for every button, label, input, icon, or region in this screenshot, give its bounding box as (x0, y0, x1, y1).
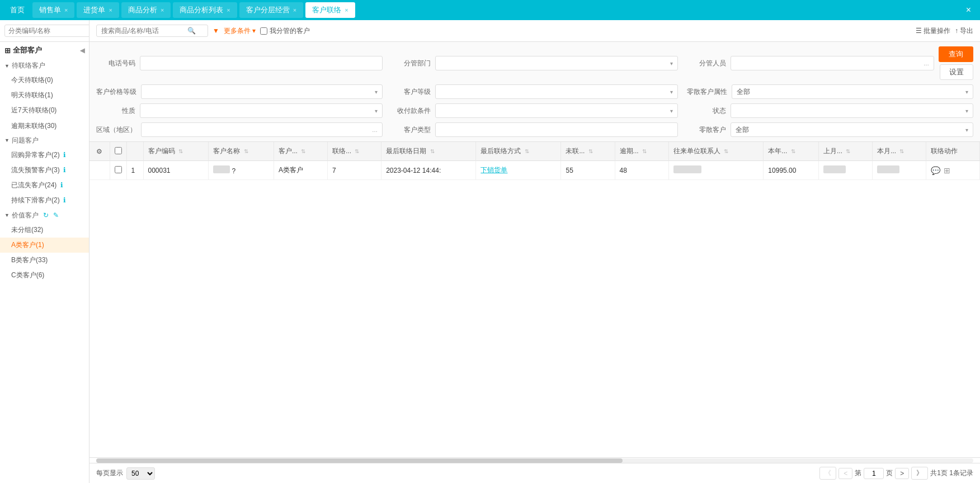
th-gear[interactable]: ⚙ (89, 142, 110, 161)
th-uncontacted[interactable]: 未联... ⇅ (561, 142, 615, 161)
filter-row-manager: 分管人员 … 查询 设置 (687, 46, 973, 80)
th-company-contact[interactable]: 往来单位联系人 ⇅ (668, 142, 764, 161)
select-all-checkbox[interactable] (115, 147, 122, 154)
th-contact[interactable]: 联络... ⇅ (328, 142, 381, 161)
sidebar-item-b-customers[interactable]: B类客户(33) (0, 253, 89, 268)
refresh-icon[interactable]: ↻ (43, 211, 49, 219)
sidebar-item-tomorrow-pending[interactable]: 明天待联络(1) (0, 88, 89, 103)
nav-tab-sales[interactable]: 销售单 × (32, 2, 74, 18)
page-number-input[interactable] (864, 468, 884, 479)
caret-icon-region: … (372, 127, 378, 133)
filter-input-phone[interactable] (140, 56, 383, 70)
th-last-contact-method[interactable]: 最后联络方式 ⇅ (476, 142, 561, 161)
filter-select-region[interactable]: … (141, 122, 383, 137)
sort-icon-contact: ⇅ (355, 148, 359, 154)
sort-icon-code: ⇅ (178, 148, 183, 154)
filter-select-customer-grade[interactable]: ▾ (435, 84, 678, 99)
chat-action-icon[interactable]: 💬 (931, 166, 940, 175)
sidebar-item-repurchase-abnormal[interactable]: 回购异常客户(2) ℹ (0, 148, 89, 163)
row-checkbox[interactable] (115, 166, 122, 173)
caret-icon-price-grade: ▾ (375, 89, 378, 95)
close-analysis-list-tab[interactable]: × (227, 7, 230, 13)
nav-tab-analysis-list[interactable]: 商品分析列表 × (173, 2, 237, 18)
filter-row-customer-type: 客户类型 (392, 122, 678, 137)
first-page-btn[interactable]: 《 (819, 467, 836, 480)
settings-btn[interactable]: 设置 (940, 64, 973, 80)
my-customers-checkbox[interactable] (260, 27, 267, 35)
filter-bar-right: ☰ 批量操作 ↑ 导出 (916, 26, 973, 36)
last-page-btn[interactable]: 》 (911, 467, 928, 480)
sidebar-item-ungrouped[interactable]: 未分组(32) (0, 222, 89, 238)
next-page-btn[interactable]: > (895, 468, 909, 479)
sidebar-collapse-icon[interactable]: ◀ (80, 47, 84, 54)
th-this-month[interactable]: 本月... ⇅ (873, 142, 926, 161)
close-purchase-tab[interactable]: × (109, 7, 112, 13)
query-btn[interactable]: 查询 (939, 46, 973, 62)
filter-row-dept: 分管部门 ▾ (392, 46, 678, 80)
grid-action-icon[interactable]: ⊞ (944, 166, 950, 175)
sidebar-value-customers-section[interactable]: ▼ 价值客户 ↻ ✎ (0, 209, 89, 222)
nav-tab-purchase[interactable]: 进货单 × (77, 2, 119, 18)
nav-tab-customer-tier[interactable]: 客户分层经营 × (239, 2, 303, 18)
search-box: 🔍 (96, 25, 208, 37)
triangle-down-icon-2: ▼ (4, 138, 10, 143)
filter-select-manager[interactable]: … (731, 56, 934, 70)
sidebar-item-a-customers[interactable]: A类客户(1) (0, 238, 89, 253)
prev-page-btn[interactable]: < (838, 468, 852, 479)
export-btn[interactable]: ↑ 导出 (955, 26, 973, 36)
filter-label-customer-grade: 客户等级 (392, 87, 431, 97)
close-all-tabs[interactable]: × (962, 5, 976, 15)
sidebar-item-loss-warning[interactable]: 流失预警客户(3) ℹ (0, 163, 89, 178)
filter-select-scatter[interactable]: 全部 ▾ (731, 122, 973, 137)
filter-select-status[interactable]: ▾ (731, 103, 973, 118)
filter-select-price-grade[interactable]: ▾ (141, 84, 383, 99)
td-customer-code[interactable]: 000031 (143, 161, 209, 180)
th-customer-name[interactable]: 客户名称 ⇅ (209, 142, 274, 161)
th-last-contact-date[interactable]: 最后联络日期 ⇅ (381, 142, 476, 161)
sort-icon-method: ⇅ (525, 148, 529, 154)
page-size-select[interactable]: 50 100 200 (126, 467, 155, 480)
sidebar-all-customers[interactable]: ⊞ 全部客户 ◀ (0, 42, 89, 59)
main-search-input[interactable] (101, 27, 185, 35)
nav-tab-analysis[interactable]: 商品分析 × (121, 2, 171, 18)
batch-op-btn[interactable]: ☰ 批量操作 (916, 26, 950, 36)
bottom-bar-right: 《 < 第 页 > 》 共1页 1条记录 (819, 467, 973, 480)
close-sales-tab[interactable]: × (64, 7, 68, 13)
sidebar-pending-contact-section[interactable]: ▼ 待联络客户 (0, 59, 89, 73)
last-contact-method-link[interactable]: 下销货单 (480, 166, 507, 174)
sidebar-item-c-customers[interactable]: C类客户(6) (0, 268, 89, 283)
close-customer-contact-tab[interactable]: × (345, 7, 348, 13)
filter-row-customer-grade: 客户等级 ▾ (392, 84, 678, 99)
th-overdue[interactable]: 逾期... ⇅ (615, 142, 668, 161)
filter-select-nature[interactable]: ▾ (140, 103, 383, 118)
filter-select-scatter-attr[interactable]: 全部 ▾ (732, 84, 973, 99)
th-customer-type[interactable]: 客户... ⇅ (274, 142, 327, 161)
filter-row-region: 区域（地区） … (96, 122, 383, 137)
sidebar-search-container: 🔍 (0, 20, 89, 42)
edit-icon[interactable]: ✎ (53, 211, 59, 219)
nav-home[interactable]: 首页 (4, 5, 30, 15)
sidebar-item-today-pending[interactable]: 今天待联络(0) (0, 73, 89, 88)
more-conditions-btn[interactable]: 更多条件 ▾ (224, 26, 256, 36)
filter-select-dept[interactable]: ▾ (435, 56, 678, 70)
sidebar-item-overdue-pending[interactable]: 逾期未联络(30) (0, 119, 89, 134)
table-container: ⚙ 客户编码 ⇅ 客户名称 ⇅ (89, 142, 980, 457)
nav-tab-customer-contact[interactable]: 客户联络 × (305, 2, 355, 18)
close-analysis-tab[interactable]: × (161, 7, 164, 13)
sidebar-problem-customers-section[interactable]: ▼ 问题客户 (0, 134, 89, 148)
filter-input-customer-type[interactable] (435, 122, 678, 137)
caret-icon-dept: ▾ (670, 60, 673, 67)
filter-row-scatter: 零散客户 全部 ▾ (687, 122, 973, 137)
sidebar-search-input[interactable] (4, 25, 89, 37)
th-last-month[interactable]: 上月... ⇅ (819, 142, 873, 161)
caret-icon-scatter-attr: ▾ (965, 89, 968, 95)
close-customer-tier-tab[interactable]: × (293, 7, 296, 13)
sidebar-item-lost[interactable]: 已流失客户(24) ℹ (0, 178, 89, 193)
th-customer-code[interactable]: 客户编码 ⇅ (143, 142, 209, 161)
td-last-contact-date: 2023-04-12 14:44: (381, 161, 476, 180)
th-this-year[interactable]: 本年... ⇅ (764, 142, 819, 161)
sidebar-item-7day-pending[interactable]: 近7天待联络(0) (0, 103, 89, 118)
filter-select-payment[interactable]: ▾ (435, 103, 678, 118)
search-icon-main[interactable]: 🔍 (187, 27, 196, 35)
sidebar-item-declining[interactable]: 持续下滑客户(2) ℹ (0, 193, 89, 208)
